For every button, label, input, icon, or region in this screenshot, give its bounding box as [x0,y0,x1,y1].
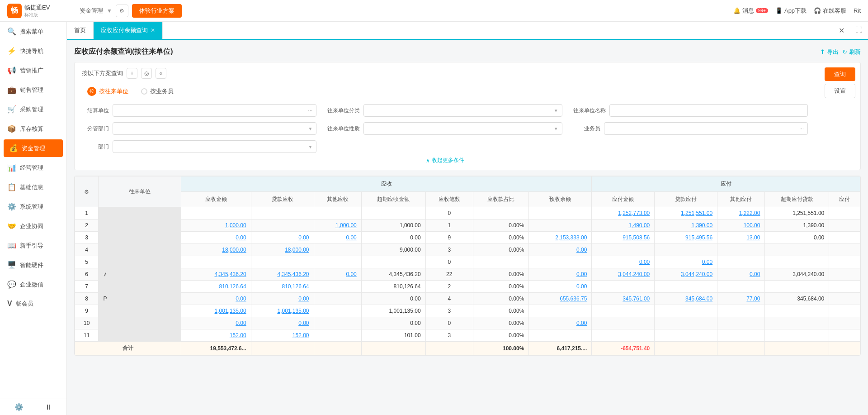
th-ap-overdue: 超期应付货款 [765,192,829,207]
tab-ar-query[interactable]: 应收应付余额查询 ✕ [94,22,163,39]
tab-close-icon[interactable]: ✕ [151,27,155,33]
row-ar-count: 22 [425,268,473,281]
row-ap-loan: 345,684.00 [655,293,717,305]
filter-dept-input[interactable]: ▼ [113,122,316,135]
row-ar-overdue: 0.00 [361,317,425,329]
settings-gear-btn[interactable]: ⚙ [116,5,128,17]
sidebar-item-shortcuts[interactable]: ⚡ 快捷导航 [0,41,66,61]
sidebar-item-wechat[interactable]: 💬 企业微信 [0,275,66,294]
filter-settlement-input[interactable]: ··· [113,104,316,117]
row-ap-overdue: 1,390.00 [765,219,829,232]
table-row: 7 810,126.64 810,126.64 810,126.64 2 0.0… [75,281,860,293]
solution-button[interactable]: 体验行业方案 [132,4,182,18]
table-settings-icon[interactable]: ⚙ [84,189,89,195]
th-unit: 往来单位 [99,176,181,207]
breadcrumb-dropdown-icon[interactable]: ▼ [107,8,112,14]
maximize-window-btn[interactable]: ⛶ [850,22,868,39]
sidebar-item-hardware[interactable]: 🖥️ 智能硬件 [0,255,66,275]
row-ar-other [314,317,361,329]
top-bar: 畅 畅捷通EV 标准版 资金管理 ▼ ⚙ 体验行业方案 🔔 消息 99+ 📱 A… [0,0,868,22]
collapse-row: ∧ 收起更多条件 [82,157,808,164]
close-window-btn[interactable]: ✕ [833,22,850,39]
row-ap-etc [829,256,860,268]
row-unit [99,329,181,342]
row-ar-count: 0 [425,256,473,268]
total-ar-loan [251,342,314,355]
sidebar-item-search[interactable]: 🔍 搜索菜单 [0,22,66,41]
sidebar-label-operations: 经营管理 [20,164,43,172]
sidebar-bottom-pause-icon[interactable]: ⏸ [45,403,52,411]
messages-btn[interactable]: 🔔 消息 99+ [733,7,768,15]
row-ar-other: 0.00 [314,268,361,281]
sidebar-item-inventory[interactable]: 📦 库存核算 [0,119,66,138]
tab-home[interactable]: 首页 [67,22,94,39]
row-ap-other [717,244,765,256]
add-scheme-btn[interactable]: + [127,68,137,79]
row-ap-loan [655,244,717,256]
total-ar-overdue [361,342,425,355]
row-ar-prepay: 0.00 [529,281,592,293]
sidebar-label-system: 系统管理 [20,203,43,211]
dept-dropdown-arrow-icon: ▼ [308,126,312,131]
sidebar-item-basic-info[interactable]: 📋 基础信息 [0,177,66,197]
scheme-settings-btn[interactable]: ◎ [141,68,152,79]
filter-salesman-input[interactable]: ··· [604,122,808,135]
sidebar-item-marketing[interactable]: 📢 营销推广 [0,61,66,80]
collapse-conditions-btn[interactable]: ∧ 收起更多条件 [426,157,464,164]
sidebar-item-finance[interactable]: 💰 资金管理 [4,139,63,157]
sidebar-item-purchase[interactable]: 🛒 采购管理 [0,100,66,119]
sidebar-bottom-settings-icon[interactable]: ⚙️ [14,403,24,411]
row-num: 2 [75,219,99,232]
messages-badge: 99+ [756,8,768,13]
export-btn[interactable]: ⬆ 导出 [820,48,839,56]
row-ap-overdue: 345,684.00 [765,293,829,305]
user-name[interactable]: Rit [854,7,861,14]
filter-unit-nature: 往来单位性质 ▼ [327,122,562,135]
sidebar-item-operations[interactable]: 📊 经营管理 [0,158,66,177]
sidebar-item-collab[interactable]: 🤝 企业协同 [0,216,66,236]
row-ar-loan [251,219,314,232]
scheme-collapse-btn[interactable]: « [156,68,166,79]
row-ar-loan: 1,001,135.00 [251,305,314,317]
row-ar-amount: 0.00 [181,317,251,329]
bell-icon: 🔔 [733,7,741,14]
refresh-btn[interactable]: ↻ 刷新 [842,48,861,56]
filter-division-label: 部门 [82,143,109,151]
filter-unit-name-input[interactable] [609,104,808,117]
download-icon: 📱 [775,7,783,14]
scheme-unit-label: 按往来单位 [99,87,128,95]
row-ap-etc [829,329,860,342]
filter-unit-name: 往来单位名称 [573,104,808,117]
sidebar-item-guide[interactable]: 📖 新手引导 [0,236,66,255]
row-ar-amount: 152.00 [181,329,251,342]
row-ar-loan: 0.00 [251,317,314,329]
sidebar-item-vip[interactable]: V 畅会员 [0,294,66,313]
filter-unit-category-input[interactable]: ▼ [363,104,562,117]
settings-query-btn[interactable]: 设置 [825,84,855,98]
row-ap-other: 0.00 [717,268,765,281]
filter-unit-nature-input[interactable]: ▼ [363,122,562,135]
th-settings[interactable]: ⚙ [75,176,99,207]
search-scheme-label: 按以下方案查询 [82,69,123,77]
sidebar-item-sales[interactable]: 💼 销售管理 [0,80,66,100]
app-download-label: App下载 [784,7,807,15]
sidebar-item-system[interactable]: ⚙️ 系统管理 [0,197,66,216]
total-row: 合计 19,553,472,6... 100.00% 6,417,215....… [75,342,860,355]
vip-icon: V [7,300,12,308]
scheme-by-unit[interactable]: 按 按往来单位 [82,84,134,99]
row-ap-loan [655,281,717,293]
total-ar-prepay: 6,417,215.... [529,342,592,355]
collapse-up-icon: ∧ [426,157,430,164]
data-table: ⚙ 往来单位 应收 应付 应收金额 贷款应收 其他应收 超期应收金额 应收笔数 [75,176,860,355]
query-btn[interactable]: 查询 [825,67,855,81]
row-ap-amount: 3,044,240.00 [592,268,655,281]
filter-division-input[interactable]: ▼ [113,140,316,153]
online-service-label: 在线客服 [823,7,846,15]
messages-label: 消息 [742,7,754,15]
app-download-btn[interactable]: 📱 App下载 [775,7,807,15]
row-ar-overdue [361,207,425,219]
row-ar-ratio [473,256,529,268]
row-ar-ratio [473,207,529,219]
scheme-by-salesman[interactable]: 按业务员 [136,84,179,99]
online-service-btn[interactable]: 🎧 在线客服 [814,7,846,15]
